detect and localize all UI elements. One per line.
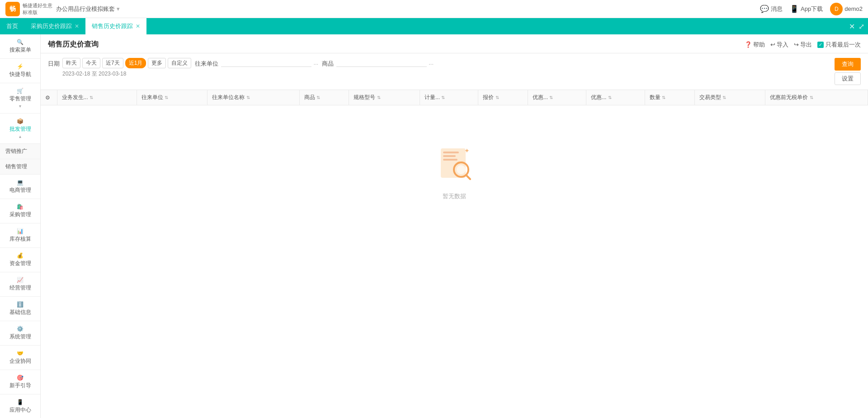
tab-controls: ✕ ⤢: [849, 22, 868, 31]
partner-filter-group: 往来单位 ...: [195, 58, 318, 68]
svg-rect-2: [443, 155, 456, 157]
goods-dots[interactable]: ...: [429, 59, 434, 66]
date-btn-yesterday[interactable]: 昨天: [62, 58, 80, 68]
date-btn-7days[interactable]: 近7天: [102, 58, 123, 68]
goods-input[interactable]: [336, 58, 427, 67]
col-no-tax-price[interactable]: 优惠前无税单价 ⇅: [765, 90, 868, 105]
sidebar-item-operations[interactable]: 📈 经营管理: [0, 272, 40, 297]
sidebar-item-basic-info[interactable]: ℹ️ 基础信息: [0, 297, 40, 321]
date-btn-today[interactable]: 今天: [82, 58, 100, 68]
help-btn[interactable]: ❓ 帮助: [745, 41, 765, 49]
col-goods[interactable]: 商品 ⇅: [299, 90, 349, 105]
col-trade-type[interactable]: 交易类型 ⇅: [694, 90, 765, 105]
sort-icon-qty: ⇅: [662, 95, 665, 100]
top-bar-right: 💬 消息 📱 App下载 D demo2: [760, 3, 863, 15]
sort-icon-unit: ⇅: [441, 95, 445, 100]
partner-dots[interactable]: ...: [313, 59, 318, 66]
data-table: ⚙ 业务发生... ⇅ 往来单位 ⇅ 往来单位名称 ⇅: [41, 90, 868, 105]
sidebar: 🔍 搜索菜单 ⚡ 快捷导航 🛒 零售管理 ▾ 📦 批发管理 ▴ 营销推广: [0, 34, 41, 418]
filter-actions: 查询 设置: [835, 58, 861, 85]
app-title: 办公用品行业模拟账套: [56, 5, 115, 13]
tab-sales-history[interactable]: 销售历史价跟踪 ✕: [85, 18, 146, 34]
col-partner-name[interactable]: 往来单位名称 ⇅: [208, 90, 299, 105]
purchase-history-tab-label: 采购历史价跟踪: [31, 22, 72, 30]
logo-area: 畅 畅捷通好生意 标准版: [5, 2, 52, 16]
wholesale-icon: 📦: [17, 118, 24, 124]
empty-svg: ✦: [432, 142, 477, 187]
import-btn[interactable]: ↩ 导入: [770, 41, 788, 49]
help-icon: ❓: [745, 41, 752, 48]
col-discount2[interactable]: 优惠... ⇅: [586, 90, 645, 105]
col-settings[interactable]: ⚙: [41, 90, 57, 105]
sidebar-item-new-guide[interactable]: 🎯 新手引导: [0, 370, 40, 394]
tab-purchase-history[interactable]: 采购历史价跟踪 ✕: [24, 18, 85, 34]
col-unit[interactable]: 计量... ⇅: [420, 90, 478, 105]
close-purchase-tab[interactable]: ✕: [75, 23, 79, 29]
sidebar-item-enterprise-coop[interactable]: 🤝 企业协同: [0, 346, 40, 370]
logo-text: 畅捷通好生意 标准版: [23, 2, 52, 15]
page-header-right: ❓ 帮助 ↩ 导入 ↪ 导出 只看最后一次: [745, 41, 861, 49]
user-area[interactable]: D demo2: [830, 3, 863, 15]
avatar: D: [830, 3, 843, 15]
date-btn-custom[interactable]: 自定义: [168, 58, 191, 68]
sidebar-item-quick-nav[interactable]: ⚡ 快捷导航: [0, 59, 40, 83]
sidebar-sub-item-sales-mgmt[interactable]: 销售管理: [0, 159, 40, 175]
date-btn-1month[interactable]: 近1月: [125, 58, 146, 68]
date-filter: 昨天 今天 近7天 近1月 更多 自定义 2023-02-18 至 2023-0…: [62, 58, 191, 78]
col-discount1[interactable]: 优惠... ⇅: [528, 90, 586, 105]
sidebar-item-finance[interactable]: 💰 资金管理: [0, 248, 40, 272]
sort-icon-partner-code: ⇅: [165, 95, 168, 100]
sidebar-item-inventory[interactable]: 📊 库存核算: [0, 223, 40, 248]
app-title-area[interactable]: 办公用品行业模拟账套 ▾: [56, 5, 120, 13]
sort-icon-partner-name: ⇅: [246, 95, 250, 100]
date-range: 2023-02-18 至 2023-03-18: [62, 70, 191, 78]
col-qty[interactable]: 数量 ⇅: [645, 90, 694, 105]
goods-input-group: ...: [336, 58, 434, 67]
close-sales-tab[interactable]: ✕: [136, 23, 140, 29]
content-area: 销售历史价查询 ❓ 帮助 ↩ 导入 ↪ 导出 只看最后一次: [41, 34, 868, 418]
main-layout: 🔍 搜索菜单 ⚡ 快捷导航 🛒 零售管理 ▾ 📦 批发管理 ▴ 营销推广: [0, 34, 868, 418]
date-label: 日期: [48, 58, 60, 68]
ecommerce-icon: 💻: [17, 179, 24, 185]
top-bar: 畅 畅捷通好生意 标准版 办公用品行业模拟账套 ▾ 💬 消息 📱 App下载 D…: [0, 0, 868, 18]
close-all-tabs-btn[interactable]: ✕: [849, 22, 855, 31]
col-quote[interactable]: 报价 ⇅: [478, 90, 528, 105]
date-btn-more[interactable]: 更多: [148, 58, 166, 68]
sort-icon-no-tax-price: ⇅: [810, 95, 813, 100]
sort-icon-trade-type: ⇅: [722, 95, 726, 100]
sidebar-item-retail[interactable]: 🛒 零售管理 ▾: [0, 83, 40, 114]
logo-icon: 畅: [5, 2, 20, 16]
message-btn[interactable]: 💬 消息: [760, 5, 783, 13]
sidebar-item-app-center[interactable]: 📱 应用中心: [0, 394, 40, 418]
tab-home[interactable]: 首页: [0, 18, 24, 34]
new-guide-icon: 🎯: [17, 375, 24, 381]
sort-icon-spec: ⇅: [377, 95, 381, 100]
query-btn[interactable]: 查询: [835, 58, 861, 71]
message-icon: 💬: [760, 5, 769, 13]
export-btn[interactable]: ↪ 导出: [794, 41, 812, 49]
tab-bar: 首页 采购历史价跟踪 ✕ 销售历史价跟踪 ✕ ✕ ⤢: [0, 18, 868, 34]
sidebar-sub-item-marketing[interactable]: 营销推广: [0, 144, 40, 159]
maximize-btn[interactable]: ⤢: [859, 22, 864, 31]
partner-input[interactable]: [221, 58, 311, 67]
filter-area: 日期 昨天 今天 近7天 近1月 更多 自定义 2023-02-18 至 202…: [41, 53, 868, 90]
col-spec[interactable]: 规格型号 ⇅: [349, 90, 420, 105]
settings-btn[interactable]: 设置: [835, 72, 861, 85]
purchase-icon: 🛍️: [17, 204, 24, 210]
search-menu-icon: 🔍: [17, 39, 24, 45]
sidebar-item-search-menu[interactable]: 🔍 搜索菜单: [0, 34, 40, 59]
export-icon: ↪: [794, 41, 799, 48]
sidebar-item-system[interactable]: ⚙️ 系统管理: [0, 321, 40, 346]
app-download-btn[interactable]: 📱 App下载: [790, 5, 823, 13]
sidebar-item-ecommerce[interactable]: 💻 电商管理: [0, 175, 40, 199]
table-head: ⚙ 业务发生... ⇅ 往来单位 ⇅ 往来单位名称 ⇅: [41, 90, 868, 105]
sidebar-item-wholesale[interactable]: 📦 批发管理 ▴: [0, 114, 40, 144]
empty-area: ✦ 暂无数据: [41, 105, 868, 237]
empty-illustration: ✦: [432, 142, 477, 187]
col-partner-code[interactable]: 往来单位 ⇅: [137, 90, 208, 105]
only-last-checkbox[interactable]: 只看最后一次: [817, 41, 861, 49]
col-biz-date[interactable]: 业务发生... ⇅: [57, 90, 137, 105]
top-bar-left: 畅 畅捷通好生意 标准版 办公用品行业模拟账套 ▾: [5, 2, 120, 16]
sales-history-tab-label: 销售历史价跟踪: [92, 22, 133, 30]
sidebar-item-purchase[interactable]: 🛍️ 采购管理: [0, 199, 40, 223]
